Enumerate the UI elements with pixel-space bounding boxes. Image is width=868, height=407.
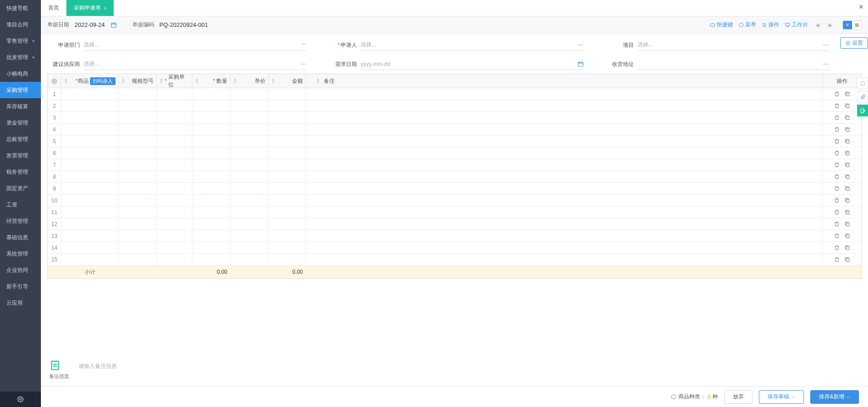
tab-home[interactable]: 首页: [41, 0, 66, 16]
applicant-select[interactable]: 选择... ⋯: [361, 39, 584, 51]
cell-price[interactable]: [231, 124, 269, 135]
cell-remark[interactable]: [306, 100, 823, 111]
cell-unit[interactable]: [157, 88, 192, 100]
ops-link[interactable]: 操作: [762, 21, 779, 29]
cell-qty[interactable]: [192, 242, 231, 253]
cell-unit[interactable]: [157, 171, 192, 182]
delete-row-icon[interactable]: [834, 197, 840, 203]
cell-unit[interactable]: [157, 206, 192, 218]
cell-product[interactable]: [61, 147, 119, 159]
copy-row-icon[interactable]: [844, 197, 850, 203]
cell-amount[interactable]: [269, 230, 306, 241]
sidebar-item[interactable]: 工资: [0, 196, 41, 213]
cell-unit[interactable]: [157, 230, 192, 241]
cell-product[interactable]: [61, 159, 119, 171]
table-row[interactable]: 9: [48, 183, 861, 195]
float-tool-export[interactable]: [857, 105, 868, 116]
discard-button[interactable]: 放弃: [724, 390, 753, 404]
sidebar-item[interactable]: 批发管理▾: [0, 49, 41, 65]
delete-row-icon[interactable]: [834, 162, 840, 168]
next-icon[interactable]: ▶: [827, 22, 834, 28]
cell-product[interactable]: [61, 183, 119, 194]
float-tool-1[interactable]: ▢: [857, 77, 868, 89]
cell-spec[interactable]: [119, 136, 157, 147]
sidebar-item[interactable]: 新手引导: [0, 278, 41, 295]
delete-row-icon[interactable]: [834, 174, 840, 180]
copy-row-icon[interactable]: [844, 186, 850, 191]
cell-amount[interactable]: [269, 206, 306, 218]
copy-row-icon[interactable]: [844, 103, 850, 109]
cell-price[interactable]: [231, 195, 269, 206]
apply-dept-select[interactable]: 选择... ﹀: [84, 39, 307, 51]
tab-close-icon[interactable]: ×: [104, 5, 106, 11]
cell-spec[interactable]: [119, 183, 157, 194]
cell-product[interactable]: [61, 112, 119, 123]
sidebar-item[interactable]: 项目合同: [0, 16, 41, 33]
cell-qty[interactable]: [192, 124, 231, 135]
table-row[interactable]: 3: [48, 112, 861, 124]
sidebar-settings[interactable]: [0, 392, 41, 407]
col-product[interactable]: ▲▼ *商品 扫码录入: [61, 74, 119, 88]
delete-row-icon[interactable]: [834, 186, 840, 191]
table-row[interactable]: 6: [48, 147, 861, 159]
sidebar-item[interactable]: 总账管理: [0, 131, 41, 147]
cell-remark[interactable]: [306, 183, 823, 194]
cell-price[interactable]: [231, 254, 269, 265]
table-row[interactable]: 4: [48, 124, 861, 136]
cell-unit[interactable]: [157, 124, 192, 135]
sidebar-item[interactable]: 采购管理: [0, 82, 41, 98]
sidebar-item[interactable]: 系统管理: [0, 246, 41, 262]
sidebar-item[interactable]: 固定资产: [0, 180, 41, 196]
col-remark[interactable]: ▲▼备注: [306, 74, 823, 88]
sidebar-item[interactable]: 云应用: [0, 295, 41, 311]
col-unit[interactable]: ▲▼*采购单位: [157, 74, 192, 88]
cell-spec[interactable]: [119, 230, 157, 241]
col-amount[interactable]: ▲▼金额: [269, 74, 306, 88]
cell-product[interactable]: [61, 218, 119, 230]
cell-qty[interactable]: [192, 183, 231, 194]
cell-price[interactable]: [231, 183, 269, 194]
cell-amount[interactable]: [269, 136, 306, 147]
copy-row-icon[interactable]: [844, 138, 850, 144]
table-row[interactable]: 15: [48, 254, 861, 266]
column-config-button[interactable]: [48, 74, 61, 88]
calendar-icon[interactable]: [110, 22, 117, 28]
settings-button[interactable]: 设置: [840, 37, 868, 49]
cell-amount[interactable]: [269, 159, 306, 171]
table-row[interactable]: 12: [48, 218, 861, 230]
sidebar-item[interactable]: 零售管理▾: [0, 33, 41, 49]
cell-product[interactable]: [61, 242, 119, 253]
cell-spec[interactable]: [119, 242, 157, 253]
cell-amount[interactable]: [269, 124, 306, 135]
cell-qty[interactable]: [192, 100, 231, 111]
cell-price[interactable]: [231, 112, 269, 123]
cell-remark[interactable]: [306, 88, 823, 100]
sidebar-item[interactable]: 小畅电商: [0, 65, 41, 82]
cell-qty[interactable]: [192, 218, 231, 230]
cell-spec[interactable]: [119, 218, 157, 230]
delete-row-icon[interactable]: [834, 256, 840, 262]
table-row[interactable]: 5: [48, 136, 861, 147]
cell-price[interactable]: [231, 242, 269, 253]
table-row[interactable]: 13: [48, 230, 861, 242]
cell-amount[interactable]: [269, 171, 306, 182]
tab-purchase-request[interactable]: 采购申请单 ×: [66, 0, 114, 16]
delete-row-icon[interactable]: [834, 115, 840, 121]
sidebar-item[interactable]: 库存核算: [0, 98, 41, 115]
cell-remark[interactable]: [306, 254, 823, 265]
cell-amount[interactable]: [269, 195, 306, 206]
cell-amount[interactable]: [269, 147, 306, 159]
cell-remark[interactable]: [306, 147, 823, 159]
cell-remark[interactable]: [306, 171, 823, 182]
col-price[interactable]: ▲▼单价: [231, 74, 269, 88]
menu-link[interactable]: 菜单: [738, 21, 756, 29]
cell-spec[interactable]: [119, 195, 157, 206]
cell-price[interactable]: [231, 206, 269, 218]
cell-unit[interactable]: [157, 242, 192, 253]
cell-remark[interactable]: [306, 159, 823, 171]
table-row[interactable]: 10: [48, 195, 861, 206]
supplier-select[interactable]: 选择... ⋯: [84, 58, 307, 70]
cell-qty[interactable]: [192, 230, 231, 241]
save-new-button[interactable]: 保存&新增︿: [810, 390, 859, 404]
copy-row-icon[interactable]: [844, 174, 850, 180]
